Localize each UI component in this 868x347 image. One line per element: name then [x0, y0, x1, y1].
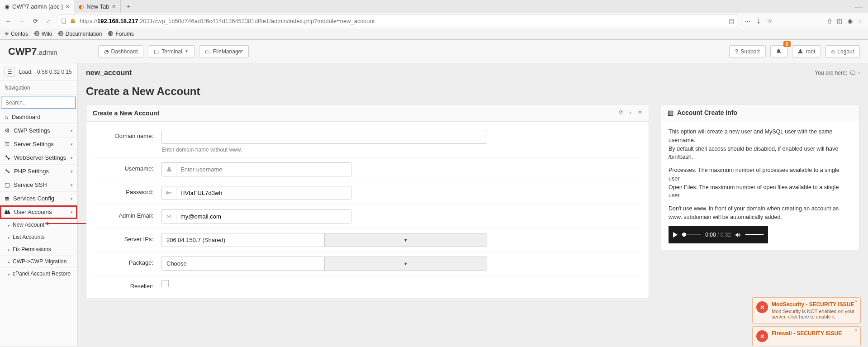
audio-track[interactable]: [682, 234, 701, 235]
nav-services-config[interactable]: ≣Services Config▾: [0, 192, 77, 205]
browser-nav: ← → ⟳ ⌂ ❏ 🔒︎ https://192.168.18.217:2031…: [0, 13, 868, 29]
key-icon: 🔑︎: [162, 187, 176, 199]
toast-link[interactable]: here: [799, 314, 809, 319]
subnav-cpanel-restore[interactable]: cPanel Account Restore: [0, 268, 77, 280]
browser-chrome: ◉ CWP7.admin [abc ] × ◐ New Tab × ＋ — ← …: [0, 0, 868, 40]
terminal-button[interactable]: ▢Terminal▼: [148, 45, 194, 58]
audio-thumb[interactable]: [682, 233, 686, 237]
nav-user-accounts[interactable]: 👥︎User Accounts▾: [0, 205, 77, 219]
nav-php-settings[interactable]: 🔧︎PHP Settings▾: [0, 165, 77, 178]
chevron-right-icon: ›: [858, 70, 860, 76]
nav-cwp-settings[interactable]: ⚙CWP Settings▾: [0, 124, 77, 138]
close-icon[interactable]: ×: [66, 3, 69, 10]
bookmark-centos[interactable]: ✳ Centos: [5, 31, 28, 37]
row-reseller: Reseller:: [94, 276, 641, 294]
close-icon[interactable]: ×: [855, 328, 858, 333]
nav-dashboard[interactable]: ⌂Dashboard: [0, 110, 77, 124]
nav-service-ssh[interactable]: ▢Service SSH▾: [0, 178, 77, 192]
toast-firewall: × ✕ Firewall - SECURITY ISSUE: [752, 326, 861, 346]
more-icon[interactable]: ⋯: [745, 18, 750, 24]
info-panel-title: Account Create Info: [677, 109, 737, 116]
reload-button[interactable]: ⟳: [31, 18, 40, 24]
package-label: Package:: [94, 257, 161, 266]
subnav-list-accounts[interactable]: List Accounts: [0, 231, 77, 243]
chevron-down-icon: ▾: [71, 128, 73, 133]
library-icon[interactable]: ⎙: [828, 18, 831, 24]
create-account-panel: Create a New Account ⟳ ＋ ✕ Domain name:: [86, 104, 649, 298]
home-button[interactable]: ⌂: [44, 18, 53, 24]
play-icon[interactable]: [673, 232, 678, 238]
gauge-icon: ◔: [104, 48, 109, 55]
monitor-icon[interactable]: 🖵: [850, 70, 855, 76]
notifications-button[interactable]: 🔔︎ 6: [770, 45, 787, 58]
star-icon[interactable]: ☆: [767, 18, 773, 24]
user-button[interactable]: 👤︎root: [792, 45, 821, 58]
account-icon[interactable]: ◉: [848, 18, 853, 24]
panel-head: Create a New Account ⟳ ＋ ✕: [86, 105, 649, 122]
nav-list: ⌂Dashboard ⚙CWP Settings▾ ☰Server Settin…: [0, 110, 77, 280]
dashboard-button[interactable]: ◔Dashboard: [98, 45, 144, 58]
email-input[interactable]: [176, 210, 351, 223]
info-body: This option will create a new user and M…: [661, 121, 859, 250]
bookmark-wiki[interactable]: 🌐︎ Wiki: [34, 31, 52, 37]
nav-icons-far-right: ⎙ ◫ ◉ ≡: [825, 18, 864, 24]
nav-webserver-settings[interactable]: 🔧︎WebServer Settings▾: [0, 151, 77, 165]
forward-button[interactable]: →: [17, 18, 26, 24]
chevron-down-icon: ▼: [324, 233, 487, 247]
search-input[interactable]: [2, 97, 76, 109]
subnav-cwp-migration[interactable]: CWP->CWP Migration: [0, 256, 77, 268]
chevron-down-icon: ▼: [324, 257, 487, 270]
error-icon: ✕: [756, 330, 768, 342]
chevron-down-icon: ▾: [71, 169, 73, 174]
question-icon: ?: [735, 48, 738, 55]
logout-button[interactable]: ⎋Logout: [825, 45, 860, 58]
bookmark-forums[interactable]: 🌐︎ Forums: [108, 31, 134, 37]
browser-tab-1[interactable]: ◐ New Tab ×: [74, 0, 121, 13]
page-subhead-title: new_account: [86, 69, 132, 77]
bookmark-documentation[interactable]: 🌐︎ Documentation: [58, 31, 102, 37]
firefox-icon: ◐: [79, 3, 84, 10]
support-button[interactable]: ?Support: [729, 45, 766, 58]
nav-server-settings[interactable]: ☰Server Settings▾: [0, 138, 77, 151]
globe-icon: ◉: [5, 3, 9, 10]
reseller-checkbox[interactable]: [161, 280, 169, 287]
wrench-icon: 🔧︎: [5, 168, 10, 175]
password-label: Password:: [94, 186, 161, 195]
sidebar-icon[interactable]: ◫: [837, 18, 842, 24]
browser-tab-0[interactable]: ◉ CWP7.admin [abc ] ×: [0, 0, 74, 13]
plus-icon[interactable]: ＋: [628, 109, 633, 117]
username-input[interactable]: [176, 163, 351, 176]
lock-icon: 🔒︎: [70, 18, 76, 24]
minimize-icon[interactable]: —: [849, 2, 868, 11]
row-serverips: Server IPs: 206.84.150.7 (Shared)▼: [94, 228, 641, 252]
save-icon[interactable]: ⭳: [756, 18, 762, 24]
serverips-select[interactable]: 206.84.150.7 (Shared)▼: [161, 233, 487, 247]
password-group: 🔑︎: [161, 186, 351, 200]
bell-icon: 🔔︎: [776, 48, 782, 55]
volume-slider[interactable]: [745, 234, 764, 235]
filemanager-button[interactable]: 🗀FileManager: [199, 45, 249, 58]
chevron-down-icon: ▾: [71, 196, 73, 201]
nav-title: Navigation: [0, 81, 77, 95]
logout-icon: ⎋: [831, 48, 835, 55]
url-bar[interactable]: ❏ 🔒︎ https://192.168.18.217:2031/cwp_1b5…: [58, 14, 737, 27]
new-tab-button[interactable]: ＋: [121, 2, 136, 10]
toast-stack: × ✕ ModSecurity - SECURITY ISSUE Mod Sec…: [752, 297, 861, 346]
url-text: https://192.168.18.217:2031/cwp_1b50d746…: [80, 18, 375, 24]
subnav-new-account[interactable]: New Account: [0, 219, 77, 231]
subnav-fix-permissions[interactable]: Fix Permissions: [0, 243, 77, 256]
audio-player[interactable]: 0:00 / 0:32 🔊︎: [669, 226, 768, 243]
close-icon[interactable]: ×: [855, 299, 858, 304]
row-username: Username: 👤︎: [94, 158, 641, 181]
back-button[interactable]: ←: [4, 18, 13, 24]
refresh-icon[interactable]: ⟳: [619, 109, 623, 117]
close-icon[interactable]: ✕: [638, 109, 642, 117]
domain-input[interactable]: [161, 130, 487, 144]
package-select[interactable]: Choose▼: [161, 257, 487, 271]
volume-icon[interactable]: 🔊︎: [735, 231, 741, 239]
reader-icon[interactable]: ▤: [729, 18, 734, 24]
toast-message: Mod Security is NOT enabled on your serv…: [772, 309, 856, 319]
menu-icon[interactable]: ≡: [858, 18, 862, 24]
close-icon[interactable]: ×: [112, 3, 116, 10]
password-input[interactable]: [176, 186, 351, 200]
